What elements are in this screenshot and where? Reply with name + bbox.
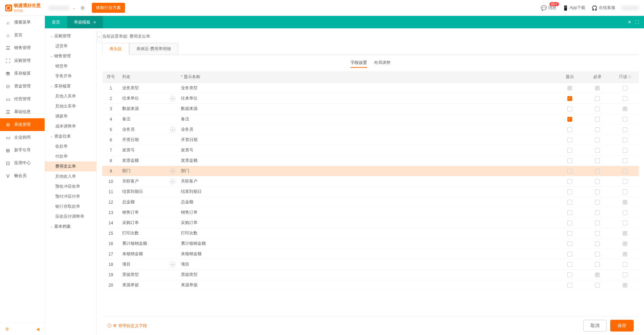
- cell-display[interactable]: 未核销金额: [178, 249, 556, 259]
- close-icon[interactable]: ✕: [93, 20, 96, 24]
- sidebar-item[interactable]: 销货单: [45, 61, 96, 71]
- show-checkbox[interactable]: [567, 210, 572, 215]
- nav-item[interactable]: ⚙系统管理: [0, 118, 45, 131]
- cell-display[interactable]: 销售订单: [178, 207, 556, 218]
- save-button[interactable]: 保存: [610, 320, 634, 332]
- show-checkbox[interactable]: [567, 221, 572, 225]
- sidebar-item[interactable]: 成本调整单: [45, 121, 96, 131]
- show-checkbox[interactable]: [567, 262, 572, 267]
- table-row[interactable]: 4 备注 备注: [102, 114, 639, 124]
- sidebar-item[interactable]: 付款单: [45, 151, 96, 161]
- required-checkbox[interactable]: [595, 106, 600, 111]
- show-checkbox[interactable]: [567, 106, 572, 111]
- cell-display[interactable]: 开票日期: [178, 135, 556, 145]
- fullscreen-icon[interactable]: ⛶: [635, 20, 639, 25]
- readonly-checkbox[interactable]: [623, 221, 627, 225]
- table-row[interactable]: 3 数据来源 数据来源: [102, 104, 639, 114]
- show-checkbox[interactable]: [567, 96, 572, 101]
- cell-display[interactable]: 来源单据: [178, 280, 556, 290]
- sidebar-item[interactable]: 应收应付调整单: [45, 212, 96, 222]
- plus-icon[interactable]: +: [170, 127, 175, 132]
- table-row[interactable]: 15 打印次数 打印次数: [102, 228, 639, 239]
- readonly-checkbox[interactable]: [623, 189, 627, 194]
- collapse-nav-icon[interactable]: ◀: [36, 327, 39, 332]
- sidebar-item[interactable]: 调拨单: [45, 111, 96, 121]
- sidebar-item[interactable]: 收款单: [45, 141, 96, 151]
- nav-item[interactable]: V畅会员: [0, 169, 45, 182]
- sidebar-item[interactable]: 进货单: [45, 41, 96, 51]
- readonly-checkbox[interactable]: [623, 96, 627, 101]
- cell-display[interactable]: 总金额: [178, 197, 556, 207]
- table-row[interactable]: 18 项目+ 项目: [102, 259, 639, 270]
- cell-display[interactable]: 业务员: [178, 124, 556, 135]
- readonly-checkbox[interactable]: [623, 262, 627, 267]
- table-row[interactable]: 10 关联客户+ 关联客户: [102, 176, 639, 187]
- config-tab[interactable]: 表体区-费用单明细: [129, 43, 178, 55]
- show-checkbox[interactable]: [567, 189, 572, 194]
- show-checkbox[interactable]: [567, 231, 572, 236]
- table-row[interactable]: 8 发票金额 发票金额: [102, 156, 639, 166]
- required-checkbox[interactable]: [595, 252, 600, 257]
- sidebar-item[interactable]: 其他出库单: [45, 101, 96, 111]
- table-row[interactable]: 13 销售订单 销售订单: [102, 207, 639, 218]
- experience-button[interactable]: 体验行业方案: [92, 3, 125, 13]
- cell-display[interactable]: 备注: [178, 114, 556, 124]
- readonly-checkbox[interactable]: [623, 138, 627, 142]
- nav-item[interactable]: ▭经营管理: [0, 93, 45, 105]
- cell-display[interactable]: 关联客户: [178, 176, 556, 187]
- show-checkbox[interactable]: [567, 241, 572, 246]
- readonly-checkbox[interactable]: [623, 117, 627, 122]
- show-checkbox[interactable]: [567, 272, 572, 277]
- help-icon[interactable]: ⓘ: [628, 75, 631, 79]
- sidebar-item[interactable]: 银行存取款单: [45, 202, 96, 212]
- view-tab[interactable]: 布局调整: [374, 58, 391, 68]
- cancel-button[interactable]: 取消: [583, 320, 607, 332]
- nav-item[interactable]: ☰基础信息: [0, 105, 45, 118]
- sidebar-group-title[interactable]: 采购管理: [45, 31, 96, 41]
- collapse-sidebar-button[interactable]: «: [97, 32, 102, 42]
- sidebar-group-title[interactable]: 销售管理: [45, 51, 96, 61]
- table-row[interactable]: 5 业务员+ 业务员: [102, 124, 639, 135]
- table-row[interactable]: 7 发票号 发票号: [102, 145, 639, 156]
- nav-item[interactable]: ⛶采购管理: [0, 54, 45, 67]
- plus-icon[interactable]: +: [170, 262, 175, 267]
- required-checkbox[interactable]: [595, 169, 600, 174]
- gear-icon[interactable]: ⚙: [80, 5, 85, 11]
- table-row[interactable]: 14 采购订单 采购订单: [102, 218, 639, 228]
- show-checkbox[interactable]: [567, 169, 572, 174]
- show-checkbox[interactable]: [567, 283, 572, 288]
- show-checkbox[interactable]: [567, 117, 572, 122]
- cell-display[interactable]: 项目: [178, 259, 556, 270]
- sidebar-group-title[interactable]: 库存核算: [45, 81, 96, 91]
- cell-display[interactable]: 部门: [178, 166, 556, 176]
- sidebar-group-title[interactable]: 资金往来: [45, 131, 96, 141]
- readonly-checkbox[interactable]: [623, 127, 627, 132]
- cell-display[interactable]: 结算到期日: [178, 187, 556, 197]
- required-checkbox[interactable]: [595, 221, 600, 225]
- show-checkbox[interactable]: [567, 179, 572, 184]
- required-checkbox[interactable]: [595, 158, 600, 163]
- table-row[interactable]: 12 总金额 总金额: [102, 197, 639, 207]
- nav-item[interactable]: ⊞新手引导: [0, 144, 45, 157]
- readonly-checkbox[interactable]: [623, 86, 627, 91]
- config-tab[interactable]: 表头区: [102, 43, 129, 55]
- required-checkbox[interactable]: [595, 127, 600, 132]
- download-link[interactable]: 📱 App下载: [563, 5, 585, 11]
- nav-item[interactable]: ☰销售管理: [0, 41, 45, 54]
- readonly-checkbox[interactable]: [623, 148, 627, 153]
- required-checkbox[interactable]: [595, 210, 600, 215]
- close-all-tabs-icon[interactable]: ✕: [628, 20, 631, 25]
- required-checkbox[interactable]: [595, 179, 600, 184]
- show-checkbox[interactable]: [567, 252, 572, 257]
- nav-item[interactable]: ⊙资金管理: [0, 80, 45, 93]
- sidebar-item[interactable]: 费用支出单: [45, 161, 96, 171]
- show-checkbox[interactable]: [567, 148, 572, 153]
- readonly-checkbox[interactable]: [623, 272, 627, 277]
- manage-custom-fields-link[interactable]: ⓘ ⚙ 管理自定义字段: [107, 323, 147, 329]
- plus-icon[interactable]: +: [170, 168, 175, 174]
- plus-icon[interactable]: +: [170, 179, 175, 184]
- required-checkbox[interactable]: [595, 231, 600, 236]
- table-row[interactable]: 17 未核销金额 未核销金额: [102, 249, 639, 259]
- required-checkbox[interactable]: [595, 96, 600, 101]
- table-row[interactable]: 19 票据类型 票据类型: [102, 270, 639, 280]
